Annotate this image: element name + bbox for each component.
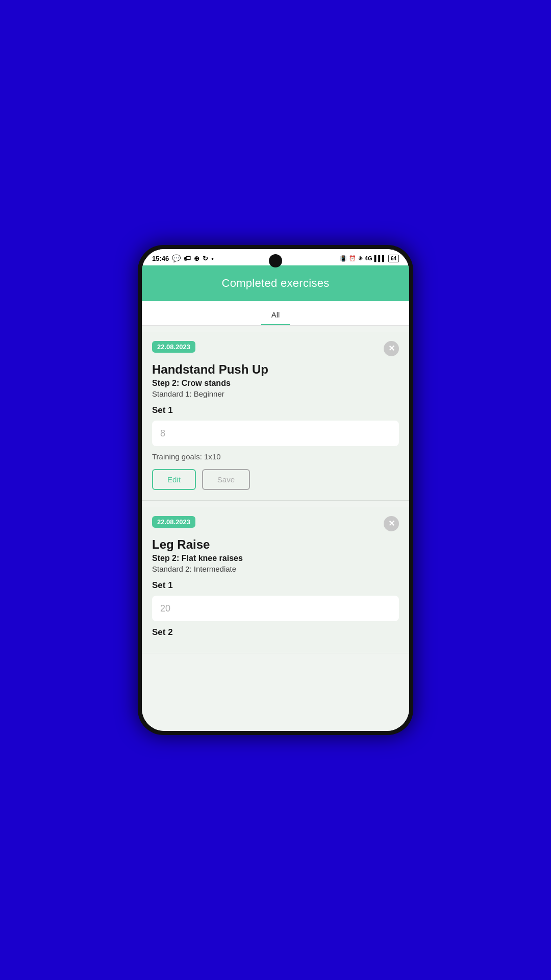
close-icon (388, 345, 395, 353)
battery-icon: 64 (388, 255, 399, 262)
set-label: Set 1 (152, 405, 399, 415)
phone-frame: 15:46 💬 🏷 ⊕ ↻ • 📳 ⏰ ✳ 4G ▌▌▌ 64 Complete… (138, 245, 413, 735)
vibrate-icon: 📳 (340, 255, 347, 262)
tag-icon: 🏷 (184, 254, 191, 262)
alarm-icon: ⏰ (349, 255, 356, 262)
signal-icon: ▌▌▌ (374, 255, 386, 261)
reps-value: 20 (160, 603, 170, 614)
reps-value: 8 (160, 428, 165, 439)
tab-bar: All (142, 301, 409, 326)
save-button[interactable]: Save (202, 469, 250, 490)
camera-notch (269, 254, 282, 267)
exercise-card: 22.08.2023 Handstand Push Up Step 2: Cro… (142, 332, 409, 501)
exercise-card: 22.08.2023 Leg Raise Step 2: Flat knee r… (142, 507, 409, 653)
date-badge: 22.08.2023 (152, 341, 195, 353)
card-header: 22.08.2023 (152, 341, 399, 356)
exercise-step: Step 2: Flat knee raises (152, 554, 399, 563)
date-badge: 22.08.2023 (152, 516, 195, 528)
sync-icon: ↻ (203, 255, 208, 262)
close-button[interactable] (384, 341, 399, 356)
network-icon: 4G (365, 255, 372, 261)
phone-screen: 15:46 💬 🏷 ⊕ ↻ • 📳 ⏰ ✳ 4G ▌▌▌ 64 Complete… (142, 249, 409, 731)
exercise-standard: Standard 1: Beginner (152, 389, 399, 398)
time: 15:46 (152, 255, 169, 262)
tab-all[interactable]: All (261, 307, 290, 325)
close-button[interactable] (384, 516, 399, 531)
bluetooth-icon: ✳ (358, 255, 363, 262)
dot-icon: • (211, 255, 214, 262)
whatsapp-icon: 💬 (172, 254, 181, 262)
exercise-standard: Standard 2: Intermediate (152, 565, 399, 573)
close-icon (388, 520, 395, 528)
app-header: Completed exercises (142, 265, 409, 301)
status-left: 15:46 💬 🏷 ⊕ ↻ • (152, 254, 214, 262)
set-label-2: Set 2 (152, 627, 399, 638)
exercise-title: Handstand Push Up (152, 362, 399, 377)
exercise-step: Step 2: Crow stands (152, 379, 399, 388)
status-right: 📳 ⏰ ✳ 4G ▌▌▌ 64 (340, 255, 399, 262)
reps-box: 8 (152, 421, 399, 446)
reps-box: 20 (152, 596, 399, 621)
training-goals: Training goals: 1x10 (152, 452, 399, 461)
page-title: Completed exercises (152, 277, 399, 290)
card-header: 22.08.2023 (152, 516, 399, 531)
exercise-title: Leg Raise (152, 537, 399, 552)
set-label: Set 1 (152, 580, 399, 591)
chrome-icon: ⊕ (194, 255, 199, 262)
card-actions: Edit Save (152, 469, 399, 490)
content-area: 22.08.2023 Handstand Push Up Step 2: Cro… (142, 326, 409, 731)
edit-button[interactable]: Edit (152, 469, 196, 490)
